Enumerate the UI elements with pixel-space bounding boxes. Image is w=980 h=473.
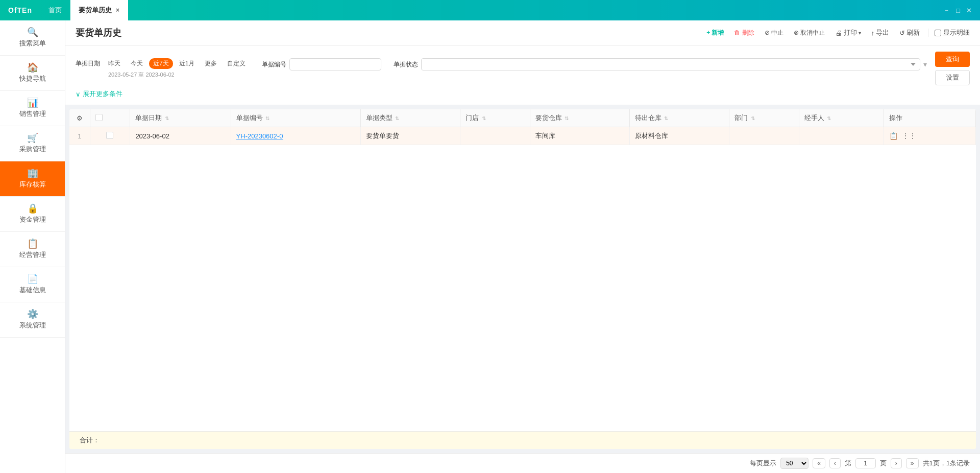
status-label: 单据状态: [394, 60, 418, 69]
search-menu-icon: 🔍: [27, 28, 38, 37]
sidebar-item-sales-mgmt-label: 销售管理: [19, 109, 46, 119]
doc-no-link[interactable]: YH-20230602-0: [236, 132, 283, 140]
cancel-stop-button[interactable]: ⊗ 取消中止: [792, 28, 827, 38]
date-filter-block: 单据日期 昨天 今天 近7天 近1月 更多 自定义 2023-05-27 至 2…: [76, 58, 250, 79]
table-settings-icon[interactable]: ⚙: [77, 114, 83, 122]
page-size-select[interactable]: 50 10 20 100: [780, 458, 808, 469]
row-checkbox[interactable]: [90, 127, 130, 145]
refresh-button[interactable]: ↺ 刷新: [897, 27, 922, 38]
tab-bar: 首页 要货单历史 ×: [40, 0, 128, 20]
sidebar-item-system-mgmt-label: 系统管理: [19, 321, 46, 330]
row-date: 2023-06-02: [130, 127, 231, 145]
req-warehouse-sort-icon: ⇅: [565, 115, 569, 121]
status-dropdown-arrow[interactable]: ▾: [923, 60, 927, 68]
doc-type-sort-icon: ⇅: [395, 115, 399, 121]
top-bar-right: － □ ✕: [943, 6, 980, 15]
doc-no-sort-icon: ⇅: [265, 115, 270, 121]
prev-page-btn[interactable]: ‹: [829, 458, 841, 468]
date-btn-custom[interactable]: 自定义: [223, 58, 250, 69]
close-icon[interactable]: ✕: [966, 7, 972, 14]
add-button[interactable]: + 新增: [704, 28, 726, 38]
page-title: 要货单历史: [76, 27, 121, 39]
toolbar: + 新增 🗑 删除 ⊘ 中止 ⊗ 取消中止 🖨 🖨 打印 打印 ▾ ↑ 导出 ↺…: [704, 27, 970, 38]
store-col-header[interactable]: 门店 ⇅: [460, 109, 530, 127]
next-page-btn[interactable]: ›: [891, 458, 902, 468]
filter-main: 单据日期 昨天 今天 近7天 近1月 更多 自定义 2023-05-27 至 2…: [76, 58, 927, 79]
expand-more-label: 展开更多条件: [83, 89, 122, 99]
row-doc-no: YH-20230602-0: [231, 127, 360, 145]
sidebar-item-operation-mgmt[interactable]: 📋 经营管理: [0, 232, 65, 267]
sidebar-item-quick-nav-label: 快捷导航: [19, 74, 46, 83]
sidebar-item-finance-mgmt[interactable]: 🔒 资金管理: [0, 197, 65, 232]
minimize-icon[interactable]: －: [943, 6, 950, 15]
total-info: 共1页，1条记录: [923, 459, 970, 468]
basic-info-icon: 📄: [27, 274, 38, 283]
print-button[interactable]: 🖨 🖨 打印 打印 ▾: [834, 27, 863, 38]
table-row: 1 2023-06-02 YH-20230602-0 要货单要货 车间库: [69, 127, 976, 145]
date-btn-yesterday[interactable]: 昨天: [104, 58, 125, 69]
export-icon: ↑: [871, 29, 875, 37]
sidebar-item-quick-nav[interactable]: 🏠 快捷导航: [0, 56, 65, 91]
first-page-btn[interactable]: «: [813, 458, 825, 468]
sidebar-item-inventory[interactable]: 🏢 库存核算: [0, 161, 65, 197]
sidebar-item-purchase-mgmt-label: 采购管理: [19, 145, 46, 154]
sidebar-item-search-menu[interactable]: 🔍 搜索菜单: [0, 20, 65, 56]
doc-no-input[interactable]: [289, 58, 381, 70]
department-col-header[interactable]: 部门 ⇅: [729, 109, 799, 127]
tab-requisition-history[interactable]: 要货单历史 ×: [70, 0, 128, 20]
store-sort-icon: ⇅: [482, 115, 486, 121]
view-action-icon[interactable]: 📋: [889, 132, 898, 140]
sidebar-item-sales-mgmt[interactable]: 📊 销售管理: [0, 91, 65, 126]
more-action-icon[interactable]: ⋮⋮: [902, 132, 916, 140]
date-col-header[interactable]: 单据日期 ⇅: [130, 109, 231, 127]
display-detail-checkbox[interactable]: [935, 30, 941, 36]
date-btns: 昨天 今天 近7天 近1月 更多 自定义: [104, 58, 250, 69]
date-filter-label: 单据日期: [76, 59, 100, 68]
brand: OfTEn: [0, 6, 40, 14]
quick-nav-icon: 🏠: [27, 63, 38, 72]
doc-type-col-header[interactable]: 单据类型 ⇅: [360, 109, 460, 127]
row-select-checkbox[interactable]: [106, 132, 113, 139]
sidebar-item-finance-mgmt-label: 资金管理: [19, 215, 46, 224]
export-button[interactable]: ↑ 导出: [869, 27, 892, 38]
expand-more-btn[interactable]: ∨ 展开更多条件: [76, 89, 970, 99]
row-pending-warehouse: 原材料仓库: [629, 127, 729, 145]
print-dropdown-icon[interactable]: ▾: [859, 30, 861, 36]
tab-home[interactable]: 首页: [40, 0, 70, 20]
page-unit: 页: [880, 459, 887, 468]
sidebar-item-inventory-label: 库存核算: [19, 180, 46, 189]
last-page-btn[interactable]: »: [906, 458, 919, 468]
date-btn-last1month[interactable]: 近1月: [175, 58, 199, 69]
table-footer: 合计：: [69, 431, 976, 449]
action-icons: 📋 ⋮⋮: [889, 132, 970, 140]
tab-requisition-history-label: 要货单历史: [79, 6, 112, 15]
checkbox-col-header: [90, 109, 130, 127]
query-button[interactable]: 查询: [935, 52, 970, 67]
operation-col-header: 操作: [884, 109, 975, 127]
stop-button[interactable]: ⊘ 中止: [763, 28, 786, 38]
close-tab-icon[interactable]: ×: [116, 7, 119, 14]
status-select[interactable]: [421, 58, 920, 70]
req-warehouse-col-header[interactable]: 要货仓库 ⇅: [530, 109, 629, 127]
maximize-icon[interactable]: □: [956, 7, 960, 14]
date-btn-more[interactable]: 更多: [201, 58, 221, 69]
date-btn-today[interactable]: 今天: [127, 58, 147, 69]
sidebar-item-system-mgmt[interactable]: ⚙️ 系统管理: [0, 302, 65, 338]
display-detail-toggle[interactable]: 显示明细: [935, 28, 970, 37]
department-sort-icon: ⇅: [751, 115, 755, 121]
row-department: [729, 127, 799, 145]
current-page-input[interactable]: [855, 458, 876, 468]
settings-col-header[interactable]: ⚙: [69, 109, 90, 127]
pending-warehouse-col-header[interactable]: 待出仓库 ⇅: [629, 109, 729, 127]
handler-col-header[interactable]: 经手人 ⇅: [799, 109, 884, 127]
select-all-checkbox[interactable]: [95, 114, 103, 121]
sidebar-item-basic-info[interactable]: 📄 基础信息: [0, 267, 65, 302]
delete-button[interactable]: 🗑 删除: [732, 28, 756, 38]
date-btn-last7days[interactable]: 近7天: [149, 58, 173, 69]
sidebar-item-purchase-mgmt[interactable]: 🛒 采购管理: [0, 126, 65, 161]
doc-no-col-header[interactable]: 单据编号 ⇅: [231, 109, 360, 127]
row-index: 1: [69, 127, 90, 145]
settings-button[interactable]: 设置: [935, 70, 970, 85]
status-select-wrapper: [421, 58, 920, 70]
date-range-display: 2023-05-27 至 2023-06-02: [108, 71, 250, 79]
